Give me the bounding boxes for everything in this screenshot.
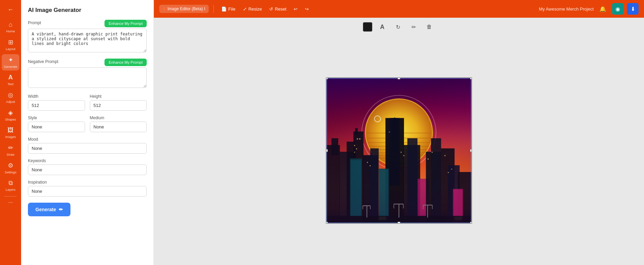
prompt-label: Prompt	[28, 20, 41, 25]
sidebar-item-label: Home	[6, 29, 15, 33]
sidebar-item-label: Draw	[7, 153, 14, 156]
home-icon: ⌂	[9, 21, 13, 28]
height-label: Height	[90, 94, 147, 99]
topbar-left: Image Editor (Beta) I 📄 File ⤢ Resize ↺ …	[159, 5, 539, 13]
negative-prompt-section: Negative Prompt Enhance My Prompt	[28, 59, 147, 89]
main-area: Image Editor (Beta) I 📄 File ⤢ Resize ↺ …	[154, 0, 644, 265]
delete-tool[interactable]: 🗑	[423, 21, 435, 33]
image-editor-tab[interactable]: Image Editor (Beta) I	[159, 5, 209, 13]
download-icon: ⬇	[631, 6, 635, 12]
resize-label: Resize	[248, 6, 262, 12]
tab-dot	[163, 7, 165, 10]
negative-prompt-label: Negative Prompt	[28, 59, 58, 64]
sidebar-item-label: Adjust	[6, 100, 15, 104]
inspiration-input[interactable]	[28, 186, 147, 197]
negative-prompt-textarea[interactable]	[28, 67, 147, 88]
handle-br[interactable]	[470, 222, 472, 224]
canvas-area: A ↻ ✏ 🗑	[154, 18, 644, 265]
style-label: Style	[28, 115, 85, 120]
keywords-input[interactable]	[28, 165, 147, 175]
sidebar-item-layout[interactable]: ⊞ Layout	[2, 36, 19, 53]
handle-tm[interactable]	[398, 77, 400, 79]
height-field: Height	[90, 94, 147, 111]
images-icon: 🖼	[7, 127, 14, 134]
generate-label: Generate	[35, 207, 56, 212]
reset-label: Reset	[275, 6, 286, 12]
panel-title: AI Image Generator	[28, 7, 147, 14]
sidebar-item-draw[interactable]: ✏ Draw	[2, 142, 19, 158]
keywords-field: Keywords	[28, 158, 147, 175]
generate-icon: ✦	[8, 56, 13, 64]
text-icon: A	[9, 74, 13, 81]
generate-icon: ✏	[59, 207, 63, 212]
left-panel: AI Image Generator Prompt Enhance My Pro…	[21, 0, 154, 265]
handle-mr[interactable]	[470, 149, 472, 152]
width-field: Width	[28, 94, 85, 111]
width-input[interactable]	[28, 100, 85, 111]
inspiration-label: Inspiration	[28, 180, 147, 185]
sidebar-item-adjust[interactable]: ◎ Adjust	[2, 89, 19, 106]
vignette-overlay	[326, 78, 471, 223]
enhance-prompt-button[interactable]: Enhance My Prompt	[104, 20, 147, 27]
prompt-textarea[interactable]: A vibrant, hand-drawn graphic print feat…	[28, 29, 147, 52]
sidebar-item-label: Layout	[6, 47, 16, 51]
handle-tr[interactable]	[470, 77, 472, 79]
handle-bl[interactable]	[326, 222, 328, 224]
file-action[interactable]: 📄 File	[219, 5, 238, 13]
medium-input[interactable]	[90, 122, 147, 132]
resize-action[interactable]: ⤢ Resize	[240, 5, 265, 13]
medium-field: Medium	[90, 115, 147, 132]
brush-icon: ✏	[412, 24, 416, 30]
sidebar-item-label: Settings	[5, 170, 16, 174]
handle-tl[interactable]	[326, 77, 328, 79]
project-name: My Awesome Merch Project	[539, 6, 594, 12]
sidebar-item-layers[interactable]: ⧉ Layers	[2, 177, 19, 193]
layout-icon: ⊞	[8, 38, 13, 46]
topbar-separator	[213, 5, 214, 13]
prompt-header-row: Prompt Enhance My Prompt	[28, 20, 147, 27]
sidebar-item-label: Shapes	[5, 118, 16, 121]
brush-tool[interactable]: ✏	[408, 21, 419, 33]
topbar-right: My Awesome Merch Project 🔔 ◉ ⬇	[539, 3, 639, 15]
sidebar-divider	[4, 196, 17, 197]
height-input[interactable]	[90, 100, 147, 111]
sidebar-item-label: Images	[5, 135, 16, 139]
sidebar-item-text[interactable]: A Text	[2, 72, 19, 88]
canvas-toolbar: A ↻ ✏ 🗑	[357, 18, 440, 36]
back-button[interactable]: ←	[4, 3, 17, 16]
undo-icon: ↩	[294, 6, 297, 12]
mood-input[interactable]	[28, 143, 147, 154]
color-swatch[interactable]	[363, 22, 372, 32]
rotate-tool[interactable]: ↻	[392, 21, 404, 33]
sidebar-item-home[interactable]: ⌂ Home	[2, 19, 19, 35]
delete-icon: 🗑	[426, 24, 432, 30]
sidebar-item-shapes[interactable]: ◈ Shapes	[2, 107, 19, 123]
width-label: Width	[28, 94, 85, 99]
canvas-content[interactable]	[154, 36, 644, 265]
sidebar-item-settings[interactable]: ⚙ Settings	[2, 160, 19, 176]
handle-ml[interactable]	[326, 149, 328, 152]
sidebar-item-generate[interactable]: ✦ Generate	[2, 54, 19, 71]
mood-field: Mood	[28, 137, 147, 154]
undo-action[interactable]: ↩	[291, 5, 300, 13]
palette-button[interactable]: ◉	[612, 3, 624, 15]
layers-icon: ⧉	[9, 180, 13, 187]
resize-icon: ⤢	[243, 6, 247, 12]
handle-bm[interactable]	[398, 222, 400, 224]
redo-action[interactable]: ↪	[302, 5, 311, 13]
download-button[interactable]: ⬇	[627, 3, 639, 15]
enhance-negative-prompt-button[interactable]: Enhance My Prompt	[104, 59, 147, 66]
rotate-icon: ↻	[396, 24, 400, 30]
file-label: File	[228, 6, 236, 12]
text-tool[interactable]: A	[376, 21, 388, 33]
notifications-button[interactable]: 🔔	[597, 3, 609, 15]
generate-button[interactable]: Generate ✏	[28, 203, 70, 216]
keywords-label: Keywords	[28, 158, 147, 163]
adjust-icon: ◎	[8, 91, 13, 99]
prompt-section: Prompt Enhance My Prompt A vibrant, hand…	[28, 20, 147, 54]
sidebar-item-images[interactable]: 🖼 Images	[2, 125, 19, 141]
style-input[interactable]	[28, 122, 85, 132]
redo-icon: ↪	[305, 6, 309, 12]
reset-action[interactable]: ↺ Reset	[267, 5, 289, 13]
reset-icon: ↺	[269, 6, 273, 12]
